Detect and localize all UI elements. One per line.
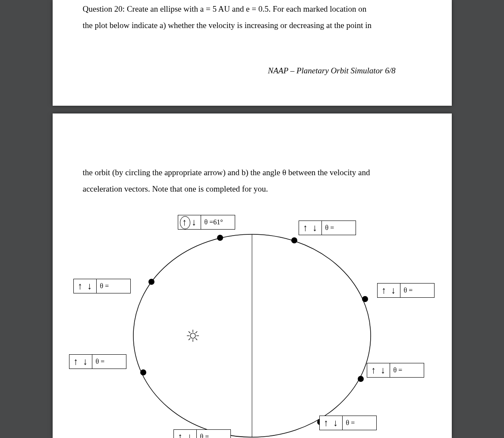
arrow-up-icon[interactable]: ↑ [176,432,184,438]
sun-icon [187,330,199,342]
answer-box-mid-left[interactable]: ↑ ↓ θ = [73,279,131,293]
answer-box-bot-left[interactable]: ↑ ↓ θ = [173,429,231,438]
arrow-up-icon[interactable]: ↑ [72,357,80,366]
orbit-point [358,376,364,382]
arrow-pair[interactable]: ↑ ↓ [320,416,343,430]
orbit-diagram: ↑ ↓ θ = 61° ↑ ↓ θ = [53,206,452,438]
theta-label: θ = [404,287,413,294]
question-line1: Question 20: Create an ellipse with a = … [83,4,367,13]
page-footer: NAAP – Planetary Orbit Simulator 6/8 [268,66,396,76]
orbit-point [217,235,223,241]
arrow-down-icon[interactable]: ↓ [379,366,387,375]
arrow-down-icon[interactable]: ↓ [186,432,194,438]
svg-line-8 [195,338,197,340]
arrow-pair[interactable]: ↑ ↓ [299,221,322,235]
orbit-point [291,237,297,243]
theta-label: θ = [325,224,334,232]
arrow-down-icon[interactable]: ↓ [86,281,94,291]
arrow-up-icon[interactable]: ↑ [322,418,330,428]
arrow-down-icon[interactable]: ↓ [311,223,319,233]
cont-line2: acceleration vectors. Note that one is c… [83,184,268,193]
arrow-up-icon[interactable]: ↑ [370,366,378,375]
arrow-pair[interactable]: ↑ ↓ [174,430,197,438]
arrow-down-icon[interactable]: ↓ [332,418,340,428]
svg-line-7 [189,338,190,340]
theta-field[interactable]: θ = [343,416,376,430]
question-line2: the plot below indicate a) whether the v… [83,21,372,30]
viewport: Question 20: Create an ellipse with a = … [0,0,504,438]
theta-label: θ = [100,282,109,290]
cont-line1: the orbit (by circling the appropriate a… [83,168,370,177]
arrow-pair[interactable]: ↑ ↓ [69,355,92,369]
theta-field[interactable]: θ = [322,221,356,235]
question-text: Question 20: Create an ellipse with a = … [83,0,422,34]
document-page-1: Question 20: Create an ellipse with a = … [53,0,452,106]
arrow-up-icon[interactable]: ↑ [76,281,84,291]
arrow-pair[interactable]: ↑ ↓ [367,363,390,377]
theta-label: θ = [96,358,105,366]
orbit-point [140,369,146,375]
svg-line-5 [189,331,190,333]
arrow-up-icon[interactable]: ↑ [302,223,309,233]
theta-field[interactable]: θ = [390,363,424,377]
theta-label: θ = [394,366,403,374]
arrow-down-icon[interactable]: ↓ [390,286,397,295]
answer-box-top-right[interactable]: ↑ ↓ θ = [299,221,356,235]
answer-box-bot-right[interactable]: ↑ ↓ θ = [319,416,377,430]
theta-label: θ = [205,218,214,226]
arrow-pair[interactable]: ↑ ↓ [378,284,400,297]
arrow-pair[interactable]: ↑ ↓ [178,215,201,229]
arrow-down-icon[interactable]: ↓ [190,217,198,227]
orbit-point [362,296,368,302]
orbit-point [148,279,154,285]
orbit-svg [53,206,452,438]
theta-field[interactable]: θ = [97,279,130,293]
continuation-text: the orbit (by circling the appropriate a… [83,113,422,197]
arrow-up-icon[interactable]: ↑ [380,286,388,295]
svg-point-0 [190,333,195,338]
theta-label: θ = [200,433,209,438]
answer-box-low-left[interactable]: ↑ ↓ θ = [69,354,126,369]
answer-box-low-right[interactable]: ↑ ↓ θ = [367,363,424,378]
theta-label: θ = [346,419,355,427]
answer-box-mid-right[interactable]: ↑ ↓ θ = [377,283,435,298]
arrow-up-icon[interactable]: ↑ [181,217,189,227]
arrow-pair[interactable]: ↑ ↓ [74,279,97,293]
theta-field[interactable]: θ = [92,355,126,369]
theta-value: 61° [213,218,223,226]
arrow-down-icon[interactable]: ↓ [82,357,89,366]
theta-field[interactable]: θ = [197,430,230,438]
svg-line-6 [195,331,197,333]
theta-field[interactable]: θ = 61° [201,215,235,229]
answer-box-top-left[interactable]: ↑ ↓ θ = 61° [178,215,235,230]
document-page-2: the orbit (by circling the appropriate a… [53,113,452,438]
theta-field[interactable]: θ = [400,284,434,297]
